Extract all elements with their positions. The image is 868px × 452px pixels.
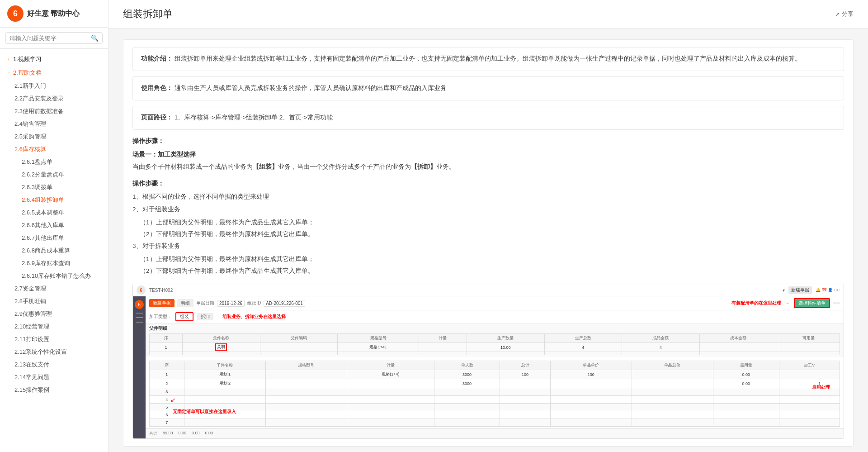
- search-wrap[interactable]: 🔍: [5, 32, 103, 44]
- sidebar-item-print[interactable]: 2.11打印设置: [14, 333, 108, 346]
- fake-type-row: 加工类型： 组装 拆卸 组装业务、拆卸业务在这里选择: [146, 310, 844, 324]
- sidebar-item-assembly[interactable]: 2.6.4组装拆卸单: [22, 194, 108, 206]
- intro-text: 组装拆卸单用来处理企业组装或拆卸等加工业务，支持有固定装配清单的产品加工业务，也…: [175, 55, 801, 62]
- sidebar-item-costadjust[interactable]: 2.6.5成本调整单: [22, 206, 108, 219]
- path-text: 1、库存核算->库存管理->组装拆卸单 2、首页->常用功能: [175, 114, 333, 121]
- sidebar-item-video[interactable]: + 1.视频学习: [0, 52, 108, 66]
- fake-action-btn[interactable]: [833, 302, 840, 304]
- sidebar-item-newuser[interactable]: 2.1新手入门: [14, 80, 108, 92]
- app-title: 好生意 帮助中心: [27, 9, 80, 19]
- fake-detail-btn[interactable]: 明细: [177, 299, 193, 307]
- sidebar-item-mobile[interactable]: 2.8手机旺铺: [14, 295, 108, 308]
- sidebar-item-otheroutbound[interactable]: 2.6.7其他出库单: [22, 232, 108, 244]
- sidebar-item-stockcount[interactable]: 2.6.1盘点单: [22, 156, 108, 168]
- sidebar-item-coupon[interactable]: 2.9优惠券管理: [14, 308, 108, 320]
- content-wrapper: 功能介绍： 组装拆卸单用来处理企业组装或拆卸等加工业务，支持有固定装配清单的产品…: [123, 39, 854, 447]
- sidebar-item-faq[interactable]: 2.14常见问题: [14, 371, 108, 384]
- fake-order-label: 组批ID: [247, 300, 261, 306]
- search-input[interactable]: [9, 35, 91, 42]
- fake-date-label: 单据日期: [196, 300, 214, 306]
- fake-topbar: 6 TEST-H002 ▾ 新建单据 🔔 📅 👤 CC: [133, 284, 844, 296]
- intro-block: 功能介绍： 组装拆卸单用来处理企业组装或拆卸等加工业务，支持有固定装配清单的产品…: [132, 47, 844, 71]
- fake-type-select[interactable]: 组装: [175, 312, 193, 321]
- sidebar-item-purchase[interactable]: 2.5采购管理: [14, 130, 108, 143]
- main-header: 组装拆卸单 ↗ 分享: [108, 0, 868, 29]
- annotation-top: 有装配清单的在这里处理: [731, 300, 781, 306]
- share-icon: ↗: [835, 11, 840, 18]
- sidebar-item-ledgererror[interactable]: 2.6.10库存账本错了怎么办: [22, 270, 108, 282]
- sidebar-item-partialcount[interactable]: 2.6.2分量盘点单: [22, 168, 108, 181]
- role-block: 使用角色： 通常由生产人员或库管人员完成拆装业务的操作，库管人员确认原材料的出库…: [132, 76, 844, 100]
- screenshot-ui: 6 TEST-H002 ▾ 新建单据 🔔 📅 👤 CC 6: [133, 284, 844, 438]
- sidebar-item-inventory[interactable]: 2.6库存核算: [14, 143, 108, 156]
- fake-totals: 合计 89.00 0.00 0.00 0.00: [146, 428, 844, 438]
- fake-nav-newdoc: 新建单据: [788, 286, 812, 294]
- sidebar-item-cases[interactable]: 2.15操作案例: [14, 384, 108, 396]
- sidebar-item-finance[interactable]: 2.7资金管理: [14, 282, 108, 295]
- steps-label: 操作步骤：: [132, 180, 844, 188]
- sidebar-item-dataprep[interactable]: 2.3使用前数据准备: [14, 105, 108, 118]
- sidebar-item-docs[interactable]: − 2.帮助文档: [0, 66, 108, 80]
- search-icon[interactable]: 🔍: [91, 34, 99, 42]
- sidebar-item-sales[interactable]: 2.4销售管理: [14, 118, 108, 130]
- collapse-icon: −: [7, 70, 10, 76]
- main-content: 组装拆卸单 ↗ 分享 功能介绍： 组装拆卸单用来处理企业组装或拆卸等加工业务，支…: [108, 0, 868, 452]
- step1: 1、根据不同的业务，选择不同单据的类型来处理: [132, 191, 844, 202]
- step2-sub1: （1）上部明细为父件明细，最终作为产成品生成其它入库单；: [132, 217, 844, 228]
- fake-total-val2: 0.00: [179, 431, 187, 437]
- step3: 3、对于拆装业务: [132, 241, 844, 252]
- sidebar-item-business[interactable]: 2.10经营管理: [14, 320, 108, 333]
- sidebar-item-costrecalc[interactable]: 2.6.8商品成本重算: [22, 244, 108, 257]
- sidebar-item-otherinbound[interactable]: 2.6.6其他入库单: [22, 219, 108, 232]
- step3-sub1: （1）上部明细为父件明细，最终作为原材料生成其它出库单；: [132, 254, 844, 265]
- role-text: 通常由生产人员或库管人员完成拆装业务的操作，库管人员确认原材料的出库和产成品的入…: [175, 85, 447, 91]
- step2: 2、对于组装业务: [132, 204, 844, 215]
- step3-sub2: （2）下部明细为子件明细，最终作为产成品生成其它入库单。: [132, 266, 844, 276]
- page-title: 组装拆卸单: [123, 7, 173, 21]
- intro-label: 功能介绍：: [141, 55, 173, 62]
- fake-total-val3: 0.00: [192, 431, 200, 437]
- fake-select-btn[interactable]: 选择料件清单: [794, 298, 830, 308]
- role-label: 使用角色：: [141, 85, 173, 91]
- fake-type-option2[interactable]: 拆卸: [197, 313, 213, 320]
- fake-body: 6 新建单据 明细 单据日期 2019-1: [133, 296, 844, 438]
- sidebar-sub-docs: 2.1新手入门 2.2产品安装及登录 2.3使用前数据准备 2.4销售管理 2.…: [0, 80, 108, 396]
- fake-parent-table: 序父件名称父件编码规格型号计量生产数量生产总数成品金额成本金额可用量 1 关羽 …: [149, 333, 840, 355]
- fake-company: TEST-H002: [149, 288, 173, 293]
- sidebar-item-ledger[interactable]: 2.6.9库存账本查询: [22, 257, 108, 270]
- fake-date-value: 2019-12-26: [217, 300, 245, 307]
- nav-tree: + 1.视频学习 − 2.帮助文档 2.1新手入门 2.2产品安装及登录 2.3…: [0, 49, 108, 452]
- logo-icon: 6: [7, 5, 24, 22]
- fake-type-label: 加工类型：: [149, 314, 172, 320]
- fake-total1: 合计: [149, 431, 157, 437]
- fake-child-section: 序子件名称规格型号计量单人数总计单品单价单品总价需用量加工V 1规划 1规格(1…: [146, 357, 844, 428]
- sidebar-item-payment[interactable]: 2.13在线支付: [14, 358, 108, 371]
- scenario1-desc: 当由多个子件材料组装成一个成品的业务为【组装】业务，当由一个父件拆分成多个子产品…: [132, 162, 844, 172]
- scenario1-title: 场景一：加工类型选择: [132, 151, 844, 159]
- fake-new-btn[interactable]: 新建单据: [149, 299, 175, 307]
- sidebar-item-personalize[interactable]: 2.12系统个性化设置: [14, 346, 108, 358]
- path-block: 页面路径： 1、库存核算->库存管理->组装拆卸单 2、首页->常用功能: [132, 106, 844, 130]
- share-label: 分享: [842, 10, 854, 18]
- annotation-type: 组装业务、拆卸业务在这里选择: [222, 314, 286, 320]
- fake-parent-title: 父件明细: [149, 325, 840, 332]
- fake-main: 新建单据 明细 单据日期 2019-12-26 组批ID AD-20191226…: [146, 296, 844, 438]
- sidebar-item-label: 1.视频学习: [13, 55, 42, 63]
- sidebar: 6 好生意 帮助中心 🔍 + 1.视频学习 − 2.帮助文档 2.1新手入门 2…: [0, 0, 108, 452]
- operation-steps-title: 操作步骤：: [132, 137, 844, 145]
- fake-toolbar: 新建单据 明细 单据日期 2019-12-26 组批ID AD-20191226…: [146, 296, 844, 310]
- step2-sub2: （2）下部明细为子件明细，最终作为原材料生成其它出库单。: [132, 229, 844, 240]
- sidebar-item-transfer[interactable]: 2.6.3调拨单: [22, 181, 108, 194]
- search-box: 🔍: [0, 28, 108, 49]
- fake-parent-section: 父件明细 序父件名称父件编码规格型号计量生产数量生产总数成品金额成本金额可用量: [146, 324, 844, 357]
- fake-child-table: 序子件名称规格型号计量单人数总计单品单价单品总价需用量加工V 1规划 1规格(1…: [149, 361, 840, 427]
- fake-left-nav: 6: [133, 296, 146, 438]
- share-button[interactable]: ↗ 分享: [835, 10, 854, 18]
- fake-order-value: AD-20191226-001: [264, 300, 305, 307]
- sidebar-item-install[interactable]: 2.2产品安装及登录: [14, 92, 108, 105]
- path-label: 页面路径：: [141, 114, 173, 121]
- screenshot-container: 6 TEST-H002 ▾ 新建单据 🔔 📅 👤 CC 6: [132, 284, 844, 439]
- fake-total-val1: 89.00: [163, 431, 173, 437]
- fake-total-val4: 0.00: [205, 431, 213, 437]
- sidebar-header: 6 好生意 帮助中心: [0, 0, 108, 28]
